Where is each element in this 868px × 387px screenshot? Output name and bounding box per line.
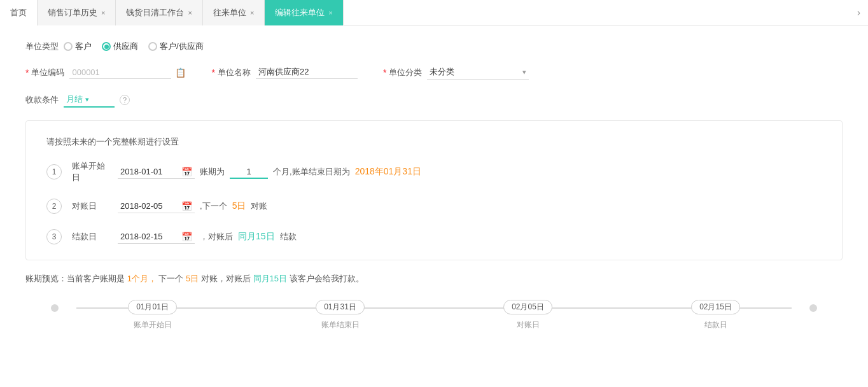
- setting-row-2: 2 对账日 2018-02-05 📅 ,下一个 5日 对账: [46, 199, 822, 214]
- tabs-bar: 首页 销售订单历史 × 钱货日清工作台 × 往来单位 × 编辑往来单位 × ›: [0, 0, 868, 25]
- period-label-1: 账期为: [200, 166, 225, 178]
- settings-box: 请按照未来的一个完整帐期进行设置 1 账单开始日 2018-01-01 📅 账期…: [25, 120, 843, 260]
- calendar-icon-2[interactable]: 📅: [181, 201, 192, 211]
- timeline-container: 01月01日 账单开始日 01月31日 账单结束日 02月05日 对账日 02月…: [25, 300, 843, 330]
- preview-pay-suffix: 该客户会给我打款。: [290, 274, 364, 283]
- radio-both-label: 客户/供应商: [160, 41, 204, 52]
- radio-supplier-circle: [102, 42, 111, 51]
- unit-type-radio-group: 客户 供应商 客户/供应商: [64, 41, 204, 52]
- row-label-3: 结款日: [72, 231, 110, 243]
- radio-customer-label: 客户: [75, 41, 92, 52]
- preview-period-highlight: 1个月，: [127, 274, 157, 283]
- row-num-1: 1: [46, 164, 62, 179]
- tab-cash-ledger-close-icon[interactable]: ×: [188, 9, 192, 17]
- timeline-start-dot: [51, 304, 59, 312]
- tab-partner[interactable]: 往来单位 ×: [203, 0, 265, 25]
- unit-category-required: *: [383, 67, 386, 78]
- preview-reconcile-text: 下一个: [158, 274, 183, 283]
- payment-help-icon[interactable]: ?: [120, 95, 130, 105]
- date-field-2[interactable]: 2018-02-05 📅: [118, 200, 195, 213]
- unit-code-icon[interactable]: 📋: [175, 67, 186, 78]
- unit-code-required: *: [25, 67, 29, 78]
- calendar-icon-3[interactable]: 📅: [181, 232, 192, 242]
- preview-reconcile-suffix: 对账，对账后: [201, 274, 251, 283]
- row-num-3: 3: [46, 229, 62, 244]
- unit-category-arrow-icon: ▾: [522, 68, 526, 76]
- preview-section: 账期预览：当前客户账期是 1个月， 下一个 5日 对账，对账后 同月15日 该客…: [25, 273, 843, 285]
- date-field-1[interactable]: 2018-01-01 📅: [118, 165, 195, 179]
- preview-pay-highlight: 同月15日: [253, 274, 287, 283]
- payment-condition-select[interactable]: 月结 ▾: [64, 92, 115, 108]
- radio-both-circle: [148, 42, 157, 51]
- end-date-highlight: 2018年01月31日: [355, 166, 421, 178]
- pay-suffix: 结款: [280, 231, 297, 243]
- reconcile-day-highlight: 5日: [232, 201, 246, 212]
- unit-category-select[interactable]: 未分类 ▾: [427, 65, 529, 80]
- tab-home-label: 首页: [10, 7, 27, 18]
- unit-name-label: 单位名称: [218, 67, 251, 78]
- unit-info-row: * 单位编码 📋 * 单位名称 * 单位分类 未分类 ▾: [25, 65, 843, 80]
- timeline-label-1: 账单开始日: [134, 320, 172, 330]
- date-value-1: 2018-01-01: [120, 167, 178, 176]
- preview-reconcile-highlight: 5日: [186, 274, 199, 283]
- payment-condition-arrow-icon: ▾: [85, 95, 89, 104]
- timeline-badge-2: 01月31日: [316, 300, 365, 314]
- unit-name-input[interactable]: [256, 66, 358, 79]
- tab-cash-ledger-label: 钱货日清工作台: [126, 7, 184, 18]
- row-label-2: 对账日: [72, 201, 110, 212]
- radio-supplier[interactable]: 供应商: [102, 41, 138, 52]
- unit-category-value: 未分类: [430, 66, 519, 78]
- tab-edit-partner[interactable]: 编辑往来单位 ×: [265, 0, 343, 25]
- unit-category-label: 单位分类: [389, 67, 422, 78]
- tab-partner-label: 往来单位: [213, 7, 246, 18]
- tab-edit-partner-close-icon[interactable]: ×: [328, 9, 332, 17]
- unit-type-label: 单位类型: [25, 41, 59, 52]
- timeline-label-3: 对账日: [517, 320, 540, 330]
- tab-home[interactable]: 首页: [0, 0, 38, 25]
- tab-edit-partner-label: 编辑往来单位: [275, 7, 325, 18]
- unit-name-group: * 单位名称: [211, 66, 357, 79]
- payment-condition-label: 收款条件: [25, 94, 59, 106]
- radio-supplier-label: 供应商: [113, 41, 138, 52]
- timeline-badge-1: 01月01日: [128, 300, 177, 314]
- timeline-end-dot: [809, 304, 817, 312]
- timeline-node-1: 01月01日 账单开始日: [59, 300, 246, 330]
- radio-both[interactable]: 客户/供应商: [148, 41, 204, 52]
- timeline-node-3: 02月05日 对账日: [434, 300, 622, 330]
- radio-customer-circle: [64, 42, 73, 51]
- unit-code-label: 单位编码: [31, 67, 64, 78]
- timeline-node-2: 01月31日 账单结束日: [246, 300, 434, 330]
- unit-name-required: *: [211, 67, 214, 78]
- row-label-1: 账单开始日: [72, 160, 110, 183]
- radio-customer[interactable]: 客户: [64, 41, 92, 52]
- date-value-3: 2018-02-15: [120, 232, 178, 241]
- unit-category-group: * 单位分类 未分类 ▾: [383, 65, 529, 80]
- setting-row-3: 3 结款日 2018-02-15 📅 ，对账后 同月15日 结款: [46, 229, 822, 244]
- tab-sales-order-history-label: 销售订单历史: [48, 7, 97, 18]
- setting-row-1: 1 账单开始日 2018-01-01 📅 账期为 个月,账单结束日期为 2018…: [46, 160, 822, 183]
- date-field-3[interactable]: 2018-02-15 📅: [118, 230, 195, 244]
- date-value-2: 2018-02-05: [120, 201, 178, 211]
- reconcile-suffix: 对账: [251, 201, 267, 212]
- timeline-node-4: 02月15日 结款日: [622, 300, 809, 330]
- period-label-2: ,下一个: [200, 201, 227, 212]
- tab-cash-ledger[interactable]: 钱货日清工作台 ×: [116, 0, 202, 25]
- tab-partner-close-icon[interactable]: ×: [250, 9, 254, 17]
- unit-code-input[interactable]: [69, 66, 171, 79]
- period-label-3: ，对账后: [200, 231, 233, 243]
- row-num-2: 2: [46, 199, 62, 214]
- payment-condition-value: 月结: [66, 94, 83, 105]
- timeline-badge-3: 02月05日: [503, 300, 552, 314]
- tab-sales-order-history-close-icon[interactable]: ×: [101, 9, 105, 17]
- page-content: 单位类型 客户 供应商 客户/供应商 * 单位编码 📋 * 单位名称: [0, 25, 868, 387]
- tab-sales-order-history[interactable]: 销售订单历史 ×: [38, 0, 116, 25]
- timeline-badge-4: 02月15日: [691, 300, 740, 314]
- payment-condition-row: 收款条件 月结 ▾ ?: [25, 92, 843, 108]
- tabs-scroll-arrow[interactable]: ›: [850, 7, 868, 18]
- pay-day-highlight: 同月15日: [238, 231, 275, 243]
- calendar-icon-1[interactable]: 📅: [181, 167, 192, 177]
- period-input[interactable]: [230, 165, 268, 179]
- period-mid-1: 个月,账单结束日期为: [273, 166, 350, 178]
- unit-type-row: 单位类型 客户 供应商 客户/供应商: [25, 41, 843, 52]
- preview-label: 账期预览：当前客户账期是: [25, 274, 125, 283]
